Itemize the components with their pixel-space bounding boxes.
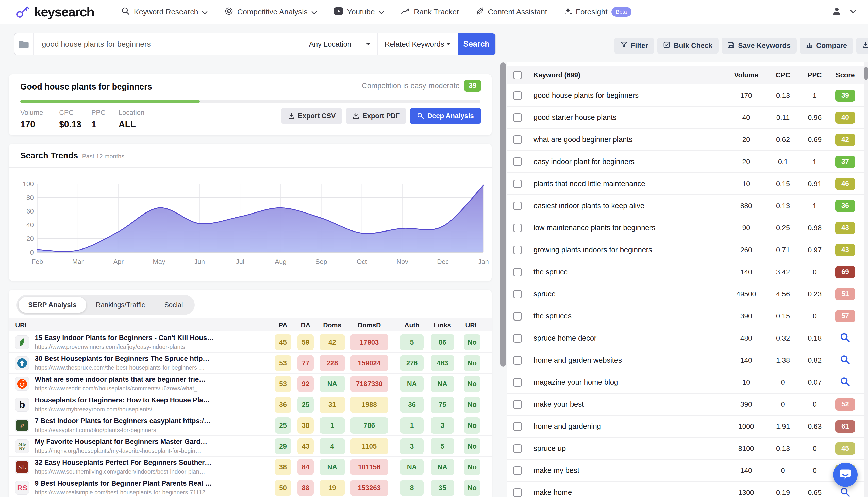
nav-item-foresight[interactable]: ForesightBeta — [564, 7, 632, 17]
tab-rankings-traffic[interactable]: Rankings/Traffic — [86, 297, 155, 313]
export-pdf-button[interactable]: Export PDF — [346, 108, 407, 124]
keysearch-logo[interactable]: keysearch — [16, 4, 94, 19]
page-scrollbar-track — [864, 62, 868, 497]
svg-text:100: 100 — [23, 180, 34, 188]
bulk-check-button[interactable]: Bulk Check — [657, 38, 718, 54]
search-button[interactable]: Search — [458, 33, 495, 55]
keyword-row[interactable]: make home13000.190.65 — [507, 482, 864, 497]
keyword-row[interactable]: the spruces3900.15057 — [507, 305, 864, 327]
row-checkbox[interactable] — [513, 422, 522, 431]
row-checkbox[interactable] — [513, 224, 522, 232]
row-checkbox[interactable] — [513, 356, 522, 365]
row-checkbox[interactable] — [513, 246, 522, 254]
serp-row[interactable]: SL32 Easy Houseplants Perfect For Beginn… — [9, 457, 492, 478]
result-title[interactable]: 9 Best Houseplants for Beginner Plant Pa… — [35, 480, 212, 487]
row-checkbox[interactable] — [513, 400, 522, 409]
row-checkbox[interactable] — [513, 444, 522, 453]
filter-button[interactable]: Filter — [614, 38, 654, 54]
mode-select[interactable]: Related Keywords — [377, 33, 458, 55]
result-title[interactable]: 7 Best Indoor Plants for Beginners easyp… — [35, 417, 211, 425]
search-input[interactable] — [34, 33, 302, 55]
deep-analysis-search-icon[interactable] — [840, 487, 850, 497]
keyword-cell: good house plants for beginners — [534, 91, 727, 100]
deep-analysis-search-icon[interactable] — [840, 377, 850, 388]
row-checkbox[interactable] — [513, 91, 522, 100]
row-checkbox[interactable] — [513, 136, 522, 144]
row-checkbox[interactable] — [513, 180, 522, 188]
chevron-down-icon[interactable] — [850, 9, 856, 14]
keyword-row[interactable]: easy indoor plant for beginners200.1137 — [507, 151, 864, 173]
keyword-row[interactable]: easiest indoor plants to keep alive8800.… — [507, 195, 864, 217]
cpc-cell: 0.25 — [765, 224, 801, 232]
keyword-row[interactable]: plants that need little maintenance100.1… — [507, 173, 864, 195]
folder-icon[interactable] — [14, 33, 34, 55]
keyword-row[interactable]: spruce495004.560.2351 — [507, 283, 864, 305]
keyword-row[interactable]: home and gardening10001.910.6361 — [507, 416, 864, 438]
result-title[interactable]: 30 Best Houseplants for Beginners The Sp… — [35, 355, 210, 363]
compare-button[interactable]: Compare — [800, 38, 853, 54]
keyword-row[interactable]: low maintenance plants for beginners900.… — [507, 217, 864, 239]
row-checkbox[interactable] — [513, 334, 522, 343]
result-title[interactable]: 32 Easy Houseplants Perfect For Beginner… — [35, 459, 211, 467]
select-all-checkbox[interactable] — [513, 71, 522, 80]
keyword-row[interactable]: good starter house plants400.110.9640 — [507, 107, 864, 129]
serp-row[interactable]: RS9 Best Houseplants for Beginner Plant … — [9, 478, 492, 497]
nav-item-youtube[interactable]: Youtube — [334, 8, 384, 17]
row-checkbox[interactable] — [513, 378, 522, 387]
row-checkbox[interactable] — [513, 268, 522, 276]
result-title[interactable]: My Favorite Houseplant for Beginners Mas… — [35, 438, 207, 446]
export-button[interactable]: Export — [856, 38, 868, 54]
deep-analysis-search-icon[interactable] — [840, 355, 850, 366]
tab-serp-analysis[interactable]: SERP Analysis — [18, 297, 86, 313]
keyword-row[interactable]: make your best3900052 — [507, 394, 864, 416]
panel-scrollbar-thumb[interactable] — [500, 62, 506, 367]
row-checkbox[interactable] — [513, 488, 522, 497]
ppc-cell: 0.07 — [801, 378, 829, 386]
chat-fab[interactable] — [833, 463, 858, 487]
row-checkbox[interactable] — [513, 290, 522, 298]
keyword-row[interactable]: growing plants indoors for beginners2600… — [507, 239, 864, 261]
row-checkbox[interactable] — [513, 157, 522, 166]
row-checkbox[interactable] — [513, 113, 522, 122]
result-title[interactable]: 15 Easy Indoor Plants for Beginners - Ca… — [35, 334, 214, 342]
keyword-row[interactable]: home and garden websites1401.380.82 — [507, 350, 864, 371]
volume-cell: 140 — [727, 467, 765, 475]
volume-cell: 880 — [727, 202, 765, 210]
nav-item-keyword-research[interactable]: Keyword Research — [121, 7, 207, 17]
row-checkbox[interactable] — [513, 202, 522, 210]
serp-row[interactable]: 30 Best Houseplants for Beginners The Sp… — [9, 353, 492, 373]
serp-row[interactable]: e7 Best Indoor Plants for Beginners easy… — [9, 415, 492, 436]
serp-row[interactable]: bHouseplants for Beginners: How to Keep … — [9, 394, 492, 415]
keyword-row[interactable]: good house plants for beginners1700.1313… — [507, 85, 864, 107]
column-links: Links — [431, 318, 454, 332]
nav-item-rank-tracker[interactable]: Rank Tracker — [401, 8, 459, 16]
deep-analysis-button[interactable]: Deep Analysis — [410, 108, 481, 124]
serp-row[interactable]: What are some indoor plants that are beg… — [9, 373, 492, 394]
location-select[interactable]: Any Location — [302, 33, 377, 55]
result-title[interactable]: What are some indoor plants that are beg… — [35, 375, 206, 383]
serp-row[interactable]: 15 Easy Indoor Plants for Beginners - Ca… — [9, 332, 492, 353]
page-scrollbar-thumb[interactable] — [865, 67, 868, 80]
tab-social[interactable]: Social — [154, 297, 193, 313]
serp-row[interactable]: MGNVMy Favorite Houseplant for Beginners… — [9, 436, 492, 457]
keyword-row[interactable]: what are good beginner plants200.620.694… — [507, 129, 864, 151]
user-icon[interactable] — [831, 6, 842, 18]
result-title[interactable]: Houseplants for Beginners: How to Keep H… — [35, 396, 210, 404]
deep-analysis-search-icon[interactable] — [840, 333, 850, 344]
nav-item-content-assistant[interactable]: Content Assistant — [476, 7, 547, 17]
keyword-row[interactable]: the spruce1403.42069 — [507, 261, 864, 283]
keyword-row[interactable]: spruce up81000.13045 — [507, 438, 864, 460]
export-csv-button[interactable]: Export CSV — [281, 108, 342, 124]
keyword-row[interactable]: spruce home decor4800.320.18 — [507, 327, 864, 350]
row-checkbox[interactable] — [513, 312, 522, 321]
chip-pa: 45 — [275, 334, 291, 351]
save-keywords-button[interactable]: Save Keywords — [721, 38, 797, 54]
score-cell: 69 — [829, 266, 862, 278]
result-url: https://www.southernliving.com/garden/in… — [35, 468, 205, 475]
stat-value: 170 — [20, 119, 59, 129]
score-cell: 43 — [829, 244, 862, 256]
row-checkbox[interactable] — [513, 466, 522, 475]
keyword-row[interactable]: make my best14000 — [507, 460, 864, 482]
keyword-row[interactable]: magazine your home blog1000.07 — [507, 371, 864, 394]
nav-item-competitive-analysis[interactable]: Competitive Analysis — [224, 6, 317, 17]
